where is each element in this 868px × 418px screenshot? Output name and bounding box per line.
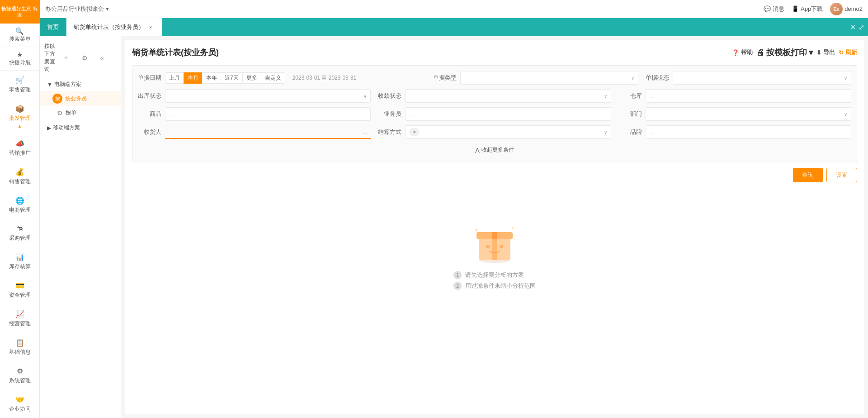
- help-icon: ❓: [732, 49, 739, 56]
- doc-status-select[interactable]: ∨: [673, 71, 851, 85]
- sidebar-item-wholesale[interactable]: 📦 批发管理 ▲: [0, 99, 39, 134]
- hint-num-1: 1: [453, 271, 462, 279]
- inventory-icon: 📊: [15, 253, 24, 261]
- tab-home-label: 首页: [47, 23, 59, 31]
- plan-group-desktop-header[interactable]: ▼ 电脑端方案: [40, 78, 121, 91]
- date-tab-custom[interactable]: 自定义: [261, 72, 285, 84]
- goods-select[interactable]: ...: [165, 107, 371, 121]
- sidebar-item-label: 销售管理: [9, 178, 31, 185]
- settlement-select[interactable]: × ∨: [405, 125, 611, 139]
- app-logo[interactable]: 畅捷通好生意 标版: [0, 0, 40, 24]
- brand-select[interactable]: ...: [646, 125, 851, 139]
- help-btn[interactable]: ❓ 帮助: [732, 48, 753, 57]
- settings-btn[interactable]: 设置: [826, 168, 857, 182]
- export-btn[interactable]: ⬇ 导出: [816, 48, 835, 57]
- warehouse-label: 仓库: [618, 92, 642, 100]
- page-title-row: 销货单统计表(按业务员) ❓ 帮助 🖨 按模板打印 ▾ ⬇ 导出: [132, 47, 857, 58]
- collapse-label: 收起更多条件: [481, 146, 514, 154]
- sidebar-item-label: 企业协同: [9, 405, 31, 413]
- sidebar-item-label: 零售管理: [9, 86, 31, 94]
- refresh-btn[interactable]: ↻ 刷新: [839, 48, 857, 57]
- plan-add-btn[interactable]: ＋: [63, 54, 79, 62]
- sidebar-item-ecommerce[interactable]: 🌐 电商管理: [0, 191, 39, 219]
- payment-status-chevron: ∨: [604, 94, 607, 99]
- filter-cell-warehouse: 仓库 ...: [618, 89, 851, 103]
- sidebar-item-sales[interactable]: 💰 销售管理: [0, 162, 39, 191]
- tab-expand-icon[interactable]: ⤢: [859, 23, 864, 32]
- filter-row-3: 商品 ... 业务员 ... 部门: [138, 107, 851, 121]
- date-tab-7days[interactable]: 近7天: [221, 72, 242, 84]
- sidebar-item-system[interactable]: ⚙ 系统管理: [0, 361, 39, 390]
- salesperson-select[interactable]: ...: [405, 107, 611, 121]
- plan-item-icon: 按: [52, 94, 62, 104]
- filter-area: 单据日期 上月 本月 本年 近7天 更多 自定义 2023-03-01 至 20…: [132, 65, 857, 162]
- sidebar-item-enterprise[interactable]: 🤝 企业协同: [0, 390, 39, 418]
- date-tab-current-year[interactable]: 本年: [202, 72, 221, 84]
- filter-cell-goods: 商品 ...: [138, 107, 371, 121]
- tab-close-btn[interactable]: ×: [147, 24, 154, 31]
- tab-sales-stats[interactable]: 销货单统计表（按业务员） ×: [66, 18, 162, 36]
- sidebar-item-label: 库存核算: [9, 263, 31, 271]
- tabbar-right: ✕ ⤢: [846, 23, 868, 32]
- query-btn[interactable]: 查询: [793, 168, 823, 182]
- message-action[interactable]: 💬 消息: [764, 5, 784, 13]
- export-label: 导出: [823, 48, 835, 57]
- content-area: 按以下方案查询 ＋ ⚙ « ▼ 电脑端方案 按 按业务员 ⚙ 按单: [40, 36, 868, 418]
- salesperson-label: 业务员: [378, 110, 401, 118]
- purchase-icon: 🛍: [16, 225, 24, 233]
- search-menu-label: 搜索菜单: [0, 35, 39, 43]
- page-title-text: 销货单统计表(按业务员): [132, 47, 219, 58]
- app-download-action[interactable]: 📱 App下载: [792, 5, 823, 13]
- empty-state: ✦ ✦ ✦ 1 请先选择要分析的方案 2 用过滤条件来缩小分析范围: [132, 182, 857, 326]
- date-tab-current-month[interactable]: 本月: [184, 72, 202, 84]
- sidebar: 畅捷通好生意 标版 🔍 搜索菜单 ★ 快捷导航 🛒 零售管理 📦 批发管理 ▲ …: [0, 0, 40, 418]
- filter-cell-salesperson: 业务员 ...: [378, 107, 611, 121]
- date-label: 单据日期: [138, 74, 161, 82]
- search-menu-item[interactable]: 🔍 搜索菜单: [0, 24, 39, 47]
- sidebar-item-label: 基础信息: [9, 348, 31, 356]
- filter-cell-out-status: 出库状态 ∨: [138, 89, 371, 103]
- tab-close-icon[interactable]: ✕: [850, 23, 856, 32]
- department-select[interactable]: ∨: [646, 107, 851, 121]
- sidebar-item-purchase[interactable]: 🛍 采购管理: [0, 219, 39, 247]
- main-area: 办公用品行业模拟账套 ▾ 💬 消息 📱 App下载 Ea demo2 首页 销货…: [40, 0, 868, 418]
- filter-cell-brand: 品牌 ...: [618, 125, 851, 139]
- doc-type-select[interactable]: ∨: [460, 71, 639, 85]
- date-tab-more[interactable]: 更多: [242, 72, 261, 84]
- out-status-select[interactable]: ∨: [165, 89, 371, 103]
- goods-label: 商品: [138, 110, 161, 118]
- plan-group-mobile-header[interactable]: ▶ 移动端方案: [40, 121, 121, 134]
- sidebar-item-inventory[interactable]: 📊 库存核算: [0, 247, 39, 276]
- sidebar-item-label: 资金管理: [9, 291, 31, 299]
- svg-rect-4: [492, 239, 497, 260]
- sidebar-item-basic-info[interactable]: 📋 基础信息: [0, 333, 39, 361]
- print-btn[interactable]: 🖨 按模板打印 ▾: [756, 47, 813, 58]
- quick-nav-item[interactable]: ★ 快捷导航: [0, 47, 39, 71]
- sidebar-item-finance[interactable]: 💳 资金管理: [0, 276, 39, 304]
- plan-collapse-btn[interactable]: «: [100, 54, 116, 62]
- plan-group-label-mobile: 移动端方案: [53, 124, 80, 132]
- sidebar-item-marketing[interactable]: 📣 营销推广: [0, 134, 39, 162]
- collapse-btn[interactable]: ⋀ 收起更多条件: [138, 143, 851, 157]
- sidebar-item-management[interactable]: 📈 经营管理: [0, 304, 39, 333]
- warehouse-select[interactable]: ...: [646, 89, 851, 103]
- user-label: demo2: [844, 5, 863, 12]
- plan-panel-title: 按以下方案查询: [44, 43, 60, 73]
- hint-num-2: 2: [453, 282, 462, 290]
- tab-sales-stats-label: 销货单统计表（按业务员）: [74, 23, 144, 31]
- plan-item-salesperson[interactable]: 按 按业务员: [40, 91, 121, 106]
- date-tab-last-month[interactable]: 上月: [165, 72, 184, 84]
- right-content-panel: 销货单统计表(按业务员) ❓ 帮助 🖨 按模板打印 ▾ ⬇ 导出: [125, 40, 864, 414]
- plan-settings-btn[interactable]: ⚙: [82, 54, 98, 62]
- tab-home[interactable]: 首页: [40, 18, 66, 36]
- sidebar-item-label: 批发管理: [9, 114, 31, 122]
- receiver-input[interactable]: ...: [165, 125, 371, 139]
- hint-text-1: 请先选择要分析的方案: [465, 271, 524, 279]
- payment-status-select[interactable]: ∨: [405, 89, 611, 103]
- receiver-dots: ...: [362, 128, 367, 135]
- plan-item-order[interactable]: ⚙ 按单: [40, 106, 121, 119]
- breadcrumb-dropdown-icon[interactable]: ▾: [106, 5, 109, 12]
- receiver-label: 收货人: [138, 128, 161, 136]
- user-action[interactable]: Ea demo2: [830, 3, 863, 15]
- sidebar-item-retail[interactable]: 🛒 零售管理: [0, 71, 39, 99]
